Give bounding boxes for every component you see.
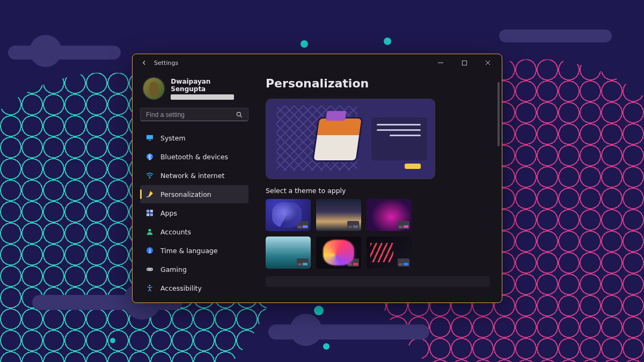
wallpaper-dot	[110, 338, 115, 343]
nav-list: SystemBluetooth & devicesNetwork & inter…	[140, 129, 248, 297]
arrow-left-icon	[141, 59, 148, 67]
maximize-button[interactable]	[452, 54, 476, 71]
sidebar: Dwaipayan Sengupta SystemBluetooth & dev…	[133, 71, 254, 302]
sidebar-item-label: Gaming	[160, 265, 187, 274]
monitor-icon	[145, 134, 154, 142]
theme-tile-bloom-dark[interactable]	[266, 199, 311, 231]
svg-rect-7	[147, 210, 149, 212]
close-icon	[485, 60, 491, 66]
theme-tile-glow-magenta[interactable]	[367, 199, 412, 231]
scrollbar[interactable]	[497, 82, 500, 296]
theme-swatch	[398, 221, 409, 229]
sidebar-item-label: Time & language	[160, 247, 217, 255]
minimize-button[interactable]	[429, 54, 452, 71]
sidebar-item-label: Accounts	[160, 228, 191, 236]
sidebar-item-accounts[interactable]: Accounts	[140, 223, 248, 241]
theme-swatch	[398, 258, 409, 267]
accessibility-icon	[145, 284, 154, 292]
wallpaper-cloud	[8, 46, 121, 60]
sidebar-item-bluetooth[interactable]: Bluetooth & devices	[140, 147, 248, 166]
sidebar-item-system[interactable]: System	[140, 129, 248, 147]
wallpaper-dot	[314, 306, 324, 315]
wallpaper-preview[interactable]	[266, 99, 435, 179]
sidebar-item-label: Apps	[160, 209, 177, 217]
theme-swatch	[347, 221, 359, 229]
avatar	[142, 77, 165, 100]
themes-section-label: Select a theme to apply	[266, 187, 490, 195]
svg-rect-3	[149, 140, 151, 141]
svg-point-4	[147, 153, 153, 160]
svg-point-1	[237, 112, 240, 116]
theme-tile-rog-dark[interactable]	[367, 237, 412, 269]
wallpaper-cloud	[499, 29, 612, 42]
search-icon	[233, 111, 246, 119]
close-button[interactable]	[476, 54, 500, 71]
svg-rect-2	[147, 135, 153, 139]
preview-accent-chip	[405, 164, 421, 169]
sidebar-item-personalization[interactable]: Personalization	[140, 185, 248, 203]
titlebar: Settings	[133, 54, 502, 71]
setting-row-placeholder[interactable]	[266, 276, 490, 287]
wifi-icon	[145, 171, 154, 180]
svg-rect-8	[150, 210, 153, 212]
preview-text-line	[377, 124, 421, 125]
wallpaper-dot	[384, 38, 391, 45]
sidebar-item-label: Network & internet	[160, 172, 224, 180]
bluetooth-icon	[145, 152, 154, 161]
wallpaper-cloud	[268, 324, 429, 339]
sidebar-item-label: Personalization	[160, 190, 211, 198]
svg-point-11	[148, 229, 151, 232]
sidebar-item-time[interactable]: ATime & language	[140, 241, 248, 260]
svg-rect-10	[150, 213, 153, 216]
preview-text-line	[377, 129, 421, 131]
scrollbar-thumb[interactable]	[497, 82, 500, 146]
minimize-icon	[437, 60, 444, 66]
sidebar-item-network[interactable]: Network & internet	[140, 166, 248, 184]
maximize-icon	[462, 60, 467, 66]
search-box[interactable]	[140, 108, 248, 121]
preview-art	[314, 119, 362, 160]
sidebar-item-label: Bluetooth & devices	[160, 153, 228, 161]
svg-rect-0	[462, 61, 466, 65]
svg-rect-6	[147, 196, 149, 197]
svg-rect-9	[147, 213, 149, 216]
theme-swatch	[347, 258, 359, 267]
clock-lang-icon: A	[145, 246, 154, 255]
theme-tile-lake-light[interactable]	[266, 237, 311, 269]
content-area: Personalization Select a theme to apply	[254, 71, 502, 302]
apps-icon	[145, 209, 154, 217]
search-input[interactable]	[146, 111, 233, 119]
theme-tile-flow-dark[interactable]	[316, 237, 361, 269]
desktop-wallpaper: Settings Dwaipayan Sengupta	[0, 0, 644, 362]
svg-point-5	[149, 178, 150, 179]
sidebar-item-label: Accessibility	[160, 284, 202, 292]
window-title: Settings	[154, 60, 178, 67]
sidebar-item-label: System	[160, 134, 186, 142]
person-icon	[145, 227, 154, 236]
wallpaper-dot	[301, 40, 308, 48]
preview-text-line	[390, 135, 421, 136]
svg-point-16	[151, 270, 152, 271]
user-email-redacted	[171, 94, 234, 100]
sidebar-item-accessibility[interactable]: Accessibility	[140, 279, 248, 297]
themes-grid	[266, 199, 490, 269]
theme-swatch	[297, 221, 309, 229]
svg-point-15	[151, 269, 152, 270]
sidebar-item-gaming[interactable]: Gaming	[140, 260, 248, 278]
gamepad-icon	[145, 265, 154, 274]
sidebar-item-apps[interactable]: Apps	[140, 204, 248, 222]
wallpaper-dot	[323, 343, 330, 350]
user-name: Dwaipayan Sengupta	[171, 78, 246, 93]
theme-swatch	[297, 258, 309, 267]
back-button[interactable]	[138, 56, 151, 69]
page-title: Personalization	[266, 77, 490, 90]
svg-point-17	[149, 285, 151, 286]
settings-window: Settings Dwaipayan Sengupta	[132, 54, 502, 303]
user-profile[interactable]: Dwaipayan Sengupta	[140, 71, 248, 108]
brush-icon	[145, 190, 154, 198]
theme-tile-sunset-galaxy[interactable]	[316, 199, 361, 231]
